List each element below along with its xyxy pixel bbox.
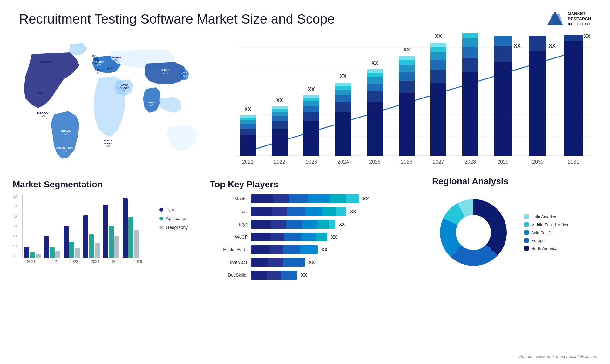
svg-rect-99 bbox=[462, 72, 478, 156]
svg-text:XX: XX bbox=[244, 107, 251, 112]
player-name-imocha: IMocha bbox=[210, 196, 248, 201]
world-map: CANADA xx% U.S. xx% MEXICO xx% BRAZIL xx… bbox=[13, 35, 210, 162]
donut-chart bbox=[432, 191, 515, 274]
player-bar-wecp: XX bbox=[251, 233, 388, 241]
legend-application-label: Application bbox=[166, 216, 188, 221]
svg-text:2028: 2028 bbox=[464, 159, 476, 165]
legend-latin-america: Latin America bbox=[524, 214, 568, 219]
svg-rect-80 bbox=[367, 69, 383, 73]
svg-text:XX: XX bbox=[435, 34, 442, 39]
svg-marker-1 bbox=[549, 14, 563, 25]
svg-rect-75 bbox=[367, 102, 383, 156]
svg-rect-91 bbox=[430, 83, 446, 156]
legend-middle-east-label: Middle East & Africa bbox=[531, 222, 568, 227]
svg-text:FRANCE: FRANCE bbox=[94, 61, 105, 64]
svg-text:GERMANY: GERMANY bbox=[109, 56, 122, 59]
svg-text:SPAIN: SPAIN bbox=[95, 69, 102, 71]
legend-north-america-label: North America bbox=[531, 246, 557, 251]
svg-rect-43 bbox=[240, 135, 256, 156]
svg-text:xx%: xx% bbox=[163, 72, 167, 75]
svg-text:XX: XX bbox=[514, 43, 521, 49]
player-row-hackerearth: HackerEarth XX bbox=[210, 245, 388, 254]
donut-legend: Latin America Middle East & Africa Asia … bbox=[524, 214, 568, 251]
svg-text:XX: XX bbox=[340, 74, 347, 79]
player-name-devskiller: DevSkiller bbox=[210, 273, 248, 278]
svg-rect-54 bbox=[272, 112, 288, 116]
legend-europe-label: Europe bbox=[531, 238, 545, 243]
player-bar-test: XX bbox=[251, 207, 388, 216]
player-label-hackerearth: XX bbox=[322, 247, 328, 252]
legend-geography-label: Geography bbox=[166, 225, 188, 230]
player-row-bryq: Bryq XX bbox=[210, 220, 388, 229]
legend-type-dot bbox=[159, 208, 163, 212]
svg-rect-106 bbox=[494, 62, 512, 156]
svg-text:XX: XX bbox=[403, 47, 410, 52]
svg-rect-103 bbox=[462, 33, 478, 38]
legend-latin-america-label: Latin America bbox=[531, 214, 556, 219]
svg-rect-67 bbox=[335, 112, 351, 156]
seg-group-2024 bbox=[83, 215, 100, 258]
player-row-imocha: IMocha XX bbox=[210, 194, 388, 203]
svg-text:xx%: xx% bbox=[97, 64, 101, 66]
svg-rect-47 bbox=[240, 118, 256, 120]
svg-rect-96 bbox=[430, 43, 446, 47]
svg-rect-95 bbox=[430, 47, 446, 52]
player-label-imocha: XX bbox=[363, 196, 369, 201]
key-players-title: Top Key Players bbox=[210, 179, 388, 190]
svg-text:xx%: xx% bbox=[92, 57, 97, 60]
y-label-20: 20 bbox=[13, 234, 17, 238]
players-list: IMocha XX Test bbox=[210, 194, 388, 280]
legend-europe: Europe bbox=[524, 238, 568, 243]
y-label-30: 30 bbox=[13, 224, 17, 228]
seg-group-2023 bbox=[64, 226, 80, 258]
legend-latin-america-color bbox=[524, 214, 529, 219]
y-label-60: 60 bbox=[13, 194, 17, 198]
svg-rect-56 bbox=[272, 106, 288, 109]
svg-rect-85 bbox=[399, 72, 415, 81]
svg-text:2021: 2021 bbox=[242, 159, 254, 165]
svg-rect-94 bbox=[430, 52, 446, 60]
svg-rect-52 bbox=[272, 121, 288, 129]
svg-text:U.K.: U.K. bbox=[92, 54, 97, 57]
player-bar-devskiller: XX bbox=[251, 271, 388, 280]
legend-asia-pacific-color bbox=[524, 230, 529, 235]
svg-rect-69 bbox=[335, 95, 351, 102]
svg-rect-100 bbox=[462, 58, 478, 72]
legend-north-america-color bbox=[524, 246, 529, 251]
svg-text:2026: 2026 bbox=[401, 159, 412, 165]
header: Recruitment Testing Software Market Size… bbox=[0, 0, 610, 35]
map-section: CANADA xx% U.S. xx% MEXICO xx% BRAZIL xx… bbox=[13, 35, 210, 168]
svg-text:xx%: xx% bbox=[40, 115, 45, 118]
seg-x-2021: 2021 bbox=[22, 260, 40, 264]
svg-text:ARABIA: ARABIA bbox=[119, 86, 129, 89]
player-row-interact: InterACT XX bbox=[210, 258, 388, 267]
y-label-10: 10 bbox=[13, 244, 17, 248]
svg-rect-88 bbox=[399, 56, 415, 60]
svg-rect-62 bbox=[303, 101, 319, 106]
svg-text:2023: 2023 bbox=[306, 159, 317, 165]
legend-middle-east-color bbox=[524, 222, 529, 227]
svg-rect-93 bbox=[430, 60, 446, 70]
svg-text:xx%: xx% bbox=[62, 150, 67, 152]
svg-text:xx%: xx% bbox=[113, 59, 117, 61]
player-bar-bryq: XX bbox=[251, 220, 388, 229]
svg-rect-107 bbox=[494, 46, 512, 62]
svg-text:2030: 2030 bbox=[532, 159, 544, 165]
legend-application-dot bbox=[159, 217, 163, 220]
svg-text:XX: XX bbox=[308, 87, 315, 92]
svg-text:xx%: xx% bbox=[122, 90, 126, 92]
logo-area: MARKET RESEARCH INTELLECT bbox=[546, 10, 591, 29]
svg-rect-70 bbox=[335, 90, 351, 95]
player-name-test: Test bbox=[210, 209, 248, 214]
svg-text:JAPAN: JAPAN bbox=[181, 71, 190, 74]
donut-area: Latin America Middle East & Africa Asia … bbox=[432, 191, 597, 274]
svg-rect-71 bbox=[335, 86, 351, 90]
player-row-test: Test XX bbox=[210, 207, 388, 216]
legend-geography-dot bbox=[159, 226, 163, 229]
svg-text:AFRICA: AFRICA bbox=[103, 142, 113, 145]
svg-text:CHINA: CHINA bbox=[161, 68, 170, 71]
regional-section: Regional Analysis bbox=[432, 176, 597, 274]
svg-text:SOUTH: SOUTH bbox=[104, 139, 112, 142]
svg-rect-116 bbox=[564, 35, 583, 41]
svg-rect-45 bbox=[240, 124, 256, 129]
